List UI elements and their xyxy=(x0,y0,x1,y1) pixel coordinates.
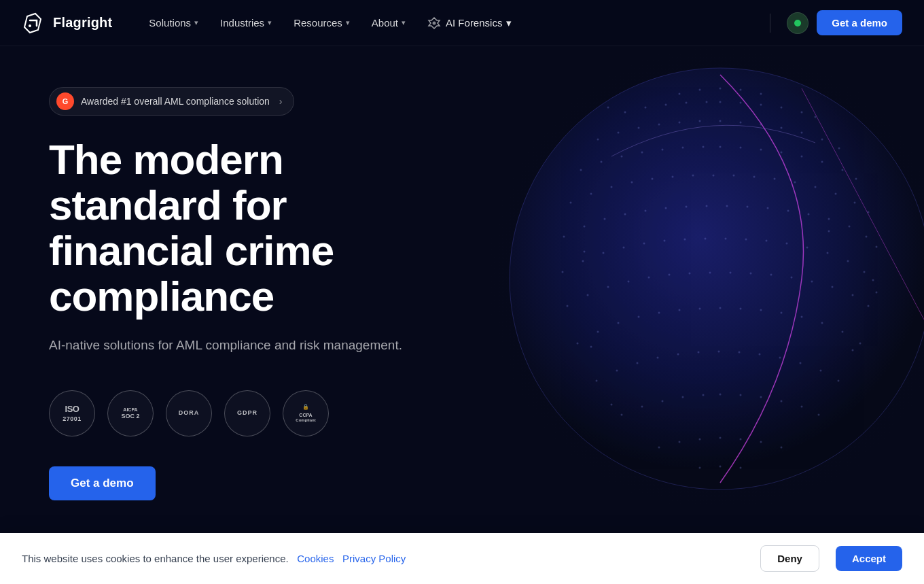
nav-resources[interactable]: Resources ▾ xyxy=(284,12,359,34)
svg-point-89 xyxy=(705,238,707,240)
svg-point-74 xyxy=(747,206,749,208)
svg-point-170 xyxy=(611,404,613,406)
svg-point-86 xyxy=(643,243,645,245)
svg-point-79 xyxy=(849,226,851,228)
svg-point-34 xyxy=(580,169,582,171)
svg-point-38 xyxy=(662,149,664,151)
svg-point-118 xyxy=(638,316,640,318)
svg-point-97 xyxy=(864,271,866,273)
svg-point-77 xyxy=(808,213,810,216)
svg-point-31 xyxy=(801,132,803,134)
cookie-message: This website uses cookies to enhance the… xyxy=(22,553,744,564)
svg-point-17 xyxy=(760,104,762,106)
svg-point-50 xyxy=(590,193,592,195)
g2-icon: G xyxy=(56,92,74,110)
accept-button[interactable]: Accept xyxy=(836,546,902,571)
navigation: Flagright Solutions ▾ Industries ▾ Resou… xyxy=(0,0,924,46)
nav-solutions[interactable]: Solutions ▾ xyxy=(139,12,208,34)
svg-point-103 xyxy=(648,277,650,279)
nav-about[interactable]: About ▾ xyxy=(362,12,415,34)
svg-point-121 xyxy=(699,308,701,310)
svg-point-116 xyxy=(597,331,599,333)
svg-point-124 xyxy=(760,309,762,311)
svg-point-155 xyxy=(679,441,681,443)
svg-point-117 xyxy=(618,322,620,324)
svg-point-22 xyxy=(618,132,620,134)
svg-point-114 xyxy=(868,305,870,307)
gdpr-badge: GDPR xyxy=(224,390,270,436)
svg-point-149 xyxy=(740,394,742,396)
svg-point-160 xyxy=(781,447,783,449)
svg-point-161 xyxy=(699,467,701,469)
svg-point-134 xyxy=(677,354,679,356)
svg-point-165 xyxy=(828,230,830,233)
svg-point-78 xyxy=(828,218,830,220)
nav-industries[interactable]: Industries ▾ xyxy=(211,12,281,34)
nav-divider xyxy=(770,14,770,33)
forensics-chevron-icon: ▾ xyxy=(506,17,512,29)
svg-point-154 xyxy=(658,447,660,449)
svg-point-18 xyxy=(781,107,783,109)
svg-point-57 xyxy=(733,175,735,177)
hero-title: The modern standard for financial crime … xyxy=(49,137,459,320)
svg-point-51 xyxy=(611,186,613,188)
svg-point-150 xyxy=(760,396,762,398)
svg-point-105 xyxy=(689,273,691,275)
svg-point-73 xyxy=(726,205,728,207)
svg-point-58 xyxy=(753,176,756,178)
svg-point-15 xyxy=(719,101,722,103)
hero-get-demo-button[interactable]: Get a demo xyxy=(49,466,156,500)
logo-link[interactable]: Flagright xyxy=(22,11,112,35)
svg-point-39 xyxy=(682,147,684,149)
svg-point-152 xyxy=(801,406,803,408)
svg-point-43 xyxy=(760,149,762,151)
svg-point-147 xyxy=(703,394,705,396)
svg-point-111 xyxy=(811,281,813,283)
svg-point-0 xyxy=(29,24,31,27)
svg-point-113 xyxy=(852,294,854,296)
svg-point-59 xyxy=(774,178,776,180)
svg-point-163 xyxy=(740,467,742,469)
svg-point-19 xyxy=(801,111,803,114)
industries-chevron-icon: ▾ xyxy=(268,18,272,27)
svg-point-139 xyxy=(779,357,781,359)
svg-point-53 xyxy=(652,178,654,180)
soc2-badge: AICPA SOC 2 xyxy=(107,390,154,436)
cookie-banner: This website uses cookies to enhance the… xyxy=(0,533,924,584)
svg-point-166 xyxy=(584,251,586,253)
svg-point-129 xyxy=(859,343,861,345)
svg-point-8 xyxy=(760,93,762,95)
svg-point-56 xyxy=(713,175,715,177)
svg-point-32 xyxy=(821,139,823,141)
svg-point-26 xyxy=(699,120,701,122)
svg-point-167 xyxy=(876,292,878,294)
privacy-policy-link[interactable]: Privacy Policy xyxy=(342,553,406,564)
nav-get-demo-button[interactable]: Get a demo xyxy=(817,10,902,35)
nav-ai-forensics[interactable]: AI Forensics ▾ xyxy=(418,11,520,35)
iso-badge: ISO 27001 xyxy=(49,390,95,436)
svg-point-98 xyxy=(872,279,874,281)
svg-point-65 xyxy=(563,236,565,238)
svg-point-35 xyxy=(601,161,603,163)
svg-point-90 xyxy=(725,238,727,240)
svg-point-76 xyxy=(787,210,789,212)
cookies-link[interactable]: Cookies xyxy=(297,553,334,564)
svg-point-102 xyxy=(628,281,630,283)
svg-point-55 xyxy=(692,175,694,177)
svg-point-94 xyxy=(806,247,808,249)
award-badge[interactable]: G Awarded #1 overall AML compliance solu… xyxy=(49,87,294,116)
language-selector[interactable] xyxy=(787,12,808,34)
deny-button[interactable]: Deny xyxy=(760,545,819,572)
svg-point-93 xyxy=(786,243,788,245)
svg-point-138 xyxy=(759,354,761,356)
logo-icon xyxy=(22,11,46,35)
hero-subtitle: AI-native solutions for AML compliance a… xyxy=(49,336,459,356)
svg-point-12 xyxy=(665,104,667,106)
svg-point-30 xyxy=(781,127,783,129)
svg-point-88 xyxy=(684,239,686,241)
svg-point-1 xyxy=(433,21,436,24)
svg-point-112 xyxy=(832,286,834,288)
language-indicator xyxy=(794,20,801,27)
svg-point-122 xyxy=(719,307,722,309)
svg-point-145 xyxy=(662,400,664,402)
